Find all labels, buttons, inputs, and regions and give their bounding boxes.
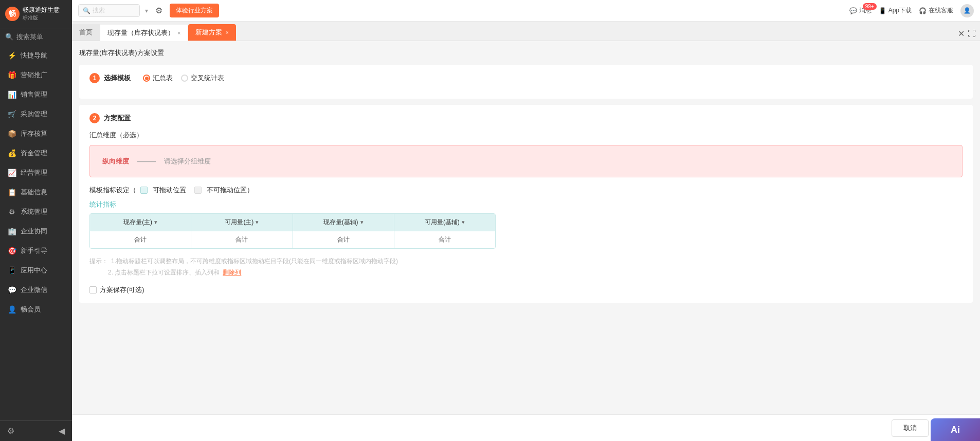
sidebar-search[interactable]: 🔍 搜索菜单 — [0, 28, 72, 46]
step1-card: 1 选择模板 汇总表 交叉统计表 — [79, 65, 973, 99]
tab-new-plan[interactable]: 新建方案 × — [188, 24, 235, 41]
topbar-dropdown[interactable]: ▾ — [145, 7, 148, 14]
draggable-badge — [140, 187, 148, 194]
col-available-main: 可用量(主) ▾ 合计 — [191, 214, 293, 248]
sidebar-item-label: 销售管理 — [21, 90, 47, 99]
radio-cross-circle — [181, 75, 188, 82]
sidebar-item-label: 企业协同 — [21, 227, 47, 236]
col-current-aux-header[interactable]: 现存量(基辅) ▾ — [293, 214, 394, 231]
ai-float-button[interactable]: Ai — [931, 418, 980, 441]
online-service-btn[interactable]: 🎧 在线客服 — [919, 6, 953, 15]
dim-vertical-label: 纵向维度 — [102, 157, 129, 166]
tip-1-text: 1.拖动标题栏可以调整布局，不可跨维度或指标区域拖动栏目字段(只能在同一维度或指… — [111, 256, 398, 267]
messages-btn[interactable]: 💬 消息 99+ — [849, 6, 872, 15]
col-current-aux-body: 合计 — [293, 231, 394, 248]
radio-summary-label: 汇总表 — [153, 74, 173, 83]
chevron-down-icon: ▾ — [154, 219, 157, 226]
sidebar-item-operations[interactable]: 📈 经营管理 — [0, 163, 72, 182]
col-current-main-header[interactable]: 现存量(主) ▾ — [90, 214, 191, 231]
tip-2-text: 2. 点击标题栏下拉可设置排序、插入列和 — [108, 267, 220, 279]
sidebar-item-member[interactable]: 👤 畅会员 — [0, 300, 72, 319]
app-download-btn[interactable]: 📱 App下载 — [879, 6, 912, 15]
tab-home-label: 首页 — [79, 28, 93, 37]
chevron-down-icon: ▾ — [256, 219, 259, 226]
sidebar-item-label: 库存核算 — [21, 129, 47, 138]
collapse-sidebar-icon[interactable]: ◀ — [59, 426, 65, 436]
save-option: 方案保存(可选) — [89, 285, 963, 295]
user-avatar[interactable]: 👤 — [960, 4, 974, 17]
delete-col-link[interactable]: 删除列 — [223, 267, 241, 279]
tab-inventory-status[interactable]: 现存量（库存状况表） × — [100, 25, 188, 41]
sidebar-item-label: 营销推广 — [21, 70, 47, 80]
sidebar-item-inventory[interactable]: 📦 库存核算 — [0, 124, 72, 143]
sidebar-item-wechat[interactable]: 💬 企业微信 — [0, 280, 72, 300]
sidebar-item-label: 应用中心 — [21, 266, 47, 275]
sidebar-item-purchase[interactable]: 🛒 采购管理 — [0, 104, 72, 124]
step2-number: 2 — [89, 113, 100, 123]
dim-label-text: 汇总维度（必选） — [89, 131, 143, 139]
topbar: 🔍 搜索 ▾ ⚙ 体验行业方案 💬 消息 99+ 📱 App下载 🎧 在线客服 … — [72, 0, 980, 22]
basic-info-icon: 📋 — [7, 188, 16, 197]
radio-cross[interactable]: 交叉统计表 — [181, 74, 224, 83]
col-available-main-header[interactable]: 可用量(主) ▾ — [191, 214, 292, 231]
sidebar-item-label: 企业微信 — [21, 285, 47, 295]
app-title: 畅康通好生意 — [23, 6, 60, 14]
tip-2: 2. 点击标题栏下拉可设置排序、插入列和 删除列 — [108, 267, 963, 279]
enterprise-icon: 🏢 — [7, 227, 16, 236]
page-body: 现存量(库存状况表)方案设置 1 选择模板 汇总表 交叉统计表 — [72, 41, 980, 414]
finance-icon: 💰 — [7, 149, 16, 158]
dim-label: 汇总维度（必选） — [89, 131, 963, 140]
quick-nav-icon: ⚡ — [7, 51, 16, 60]
sidebar-item-guide[interactable]: 🎯 新手引导 — [0, 241, 72, 261]
sidebar-item-marketing[interactable]: 🎁 营销推广 — [0, 65, 72, 85]
tabbar: 首页 现存量（库存状况表） × 新建方案 × ✕ ⛶ — [72, 22, 980, 41]
page-title: 现存量(库存状况表)方案设置 — [79, 48, 973, 58]
sidebar-nav: ⚡ 快捷导航 🎁 营销推广 📊 销售管理 🛒 采购管理 📦 库存核算 💰 资金管… — [0, 46, 72, 420]
service-label: 在线客服 — [929, 6, 953, 15]
logo-icon: 畅 — [5, 7, 20, 21]
topbar-settings-icon[interactable]: ⚙ — [155, 6, 162, 15]
col-available-aux-header[interactable]: 可用量(基辅) ▾ — [394, 214, 495, 231]
tab-inventory-close[interactable]: × — [177, 30, 180, 36]
search-icon: 🔍 — [5, 33, 13, 41]
marketing-icon: 🎁 — [7, 70, 16, 80]
settings-footer-icon[interactable]: ⚙ — [7, 426, 14, 436]
cancel-button[interactable]: 取消 — [892, 419, 929, 437]
main-content: 🔍 搜索 ▾ ⚙ 体验行业方案 💬 消息 99+ 📱 App下载 🎧 在线客服 … — [72, 0, 980, 441]
topbar-search-icon: 🔍 — [83, 7, 90, 14]
chevron-down-icon: ▾ — [360, 219, 364, 226]
col-available-aux-body: 合计 — [394, 231, 495, 248]
sidebar-item-system[interactable]: ⚙ 系统管理 — [0, 202, 72, 222]
close-tab-btn[interactable]: ✕ — [958, 29, 965, 39]
search-label: 搜索菜单 — [16, 32, 43, 42]
tab-new-close[interactable]: × — [225, 29, 228, 35]
guide-icon: 🎯 — [7, 246, 16, 255]
step2-header: 2 方案配置 — [89, 113, 963, 123]
sidebar-item-quick-nav[interactable]: ⚡ 快捷导航 — [0, 46, 72, 65]
tab-home[interactable]: 首页 — [72, 24, 100, 41]
dropdown-label: ▾ — [145, 7, 148, 14]
sidebar-item-finance[interactable]: 💰 资金管理 — [0, 143, 72, 163]
industry-btn[interactable]: 体验行业方案 — [170, 4, 219, 17]
tip-prefix: 提示： — [89, 256, 108, 267]
expand-tab-btn[interactable]: ⛶ — [968, 29, 976, 39]
headset-icon: 🎧 — [919, 7, 927, 14]
operations-icon: 📈 — [7, 168, 16, 177]
topbar-search[interactable]: 🔍 搜索 — [78, 4, 140, 17]
topbar-right: 💬 消息 99+ 📱 App下载 🎧 在线客服 👤 — [849, 4, 974, 17]
radio-summary[interactable]: 汇总表 — [143, 74, 173, 83]
save-label: 方案保存(可选) — [100, 285, 144, 295]
tab-new-label: 新建方案 — [195, 28, 222, 37]
sidebar-item-enterprise[interactable]: 🏢 企业协同 — [0, 222, 72, 241]
col-available-main-body: 合计 — [191, 231, 292, 248]
sidebar-item-sales[interactable]: 📊 销售管理 — [0, 85, 72, 104]
dim-placeholder[interactable]: 请选择分组维度 — [164, 157, 211, 166]
sidebar-item-basic-info[interactable]: 📋 基础信息 — [0, 182, 72, 202]
col-available-aux-label: 可用量(基辅) — [425, 218, 460, 227]
tip-1: 提示： 1.拖动标题栏可以调整布局，不可跨维度或指标区域拖动栏目字段(只能在同一… — [89, 256, 963, 267]
metrics-label-text: 模板指标设定（ — [89, 186, 136, 195]
sales-icon: 📊 — [7, 90, 16, 99]
sidebar-item-app-center[interactable]: 📱 应用中心 — [0, 261, 72, 280]
save-checkbox[interactable] — [89, 286, 97, 293]
app-center-icon: 📱 — [7, 266, 16, 275]
